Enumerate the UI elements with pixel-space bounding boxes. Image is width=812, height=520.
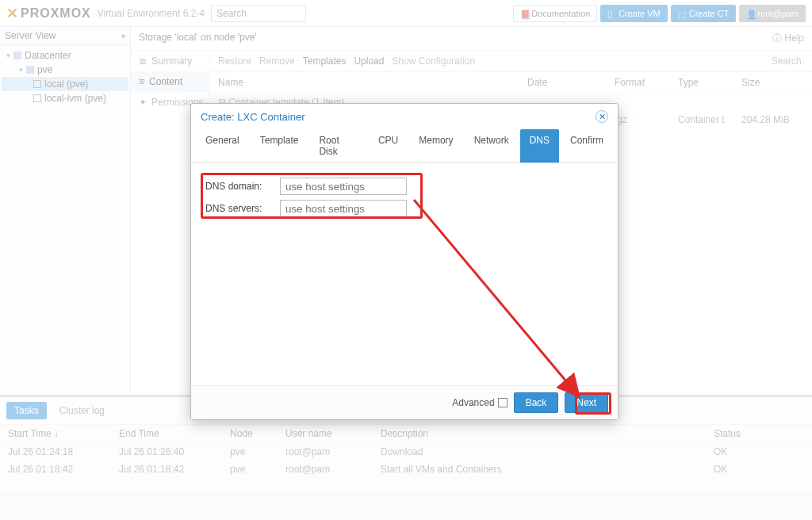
tasks-header: Start Time ↓ End Time Node User name Des… xyxy=(0,424,812,443)
datacenter-icon xyxy=(13,52,21,59)
tab-confirm[interactable]: Confirm xyxy=(561,129,613,162)
tab-tasks[interactable]: Tasks xyxy=(6,402,47,419)
storage-icon xyxy=(33,94,41,102)
tree-storage-local[interactable]: local (pve) xyxy=(2,77,128,91)
table-header: Name Date Format Type Size xyxy=(210,72,812,94)
top-bar: ✕PROXMOX Virtual Environment 6.2-4 📕Docu… xyxy=(0,0,812,27)
templates-button[interactable]: Templates xyxy=(303,55,347,67)
cube-icon: ⬚ xyxy=(678,10,686,17)
show-config-button[interactable]: Show Configuration xyxy=(392,55,475,67)
remove-button[interactable]: Remove xyxy=(259,55,295,67)
col-format[interactable]: Format xyxy=(615,77,678,88)
caret-icon: ▾ xyxy=(6,52,10,59)
tab-cpu[interactable]: CPU xyxy=(369,129,408,162)
chevron-down-icon: ▾ xyxy=(121,32,125,40)
dns-domain-label: DNS domain: xyxy=(205,181,274,192)
dns-servers-label: DNS servers: xyxy=(205,203,274,214)
permissions-icon: ✦ xyxy=(139,97,147,108)
modal-title: Create: LXC Container xyxy=(201,111,305,123)
advanced-checkbox[interactable] xyxy=(498,398,508,407)
create-ct-button[interactable]: ⬚Create CT xyxy=(671,5,737,22)
user-menu-button[interactable]: 👤root@pam xyxy=(739,5,806,22)
create-ct-modal: Create: LXC Container ✕ General Template… xyxy=(190,103,619,420)
col-start-time[interactable]: Start Time ↓ xyxy=(8,428,119,439)
content-title: Storage 'local' on node 'pve' xyxy=(139,32,257,45)
col-user[interactable]: User name xyxy=(285,428,381,439)
tab-network[interactable]: Network xyxy=(465,129,519,162)
back-button[interactable]: Back xyxy=(514,392,559,413)
tab-summary[interactable]: ≣Summary xyxy=(131,51,209,71)
col-description[interactable]: Description xyxy=(381,428,714,439)
tab-root-disk[interactable]: Root Disk xyxy=(309,129,367,162)
col-date[interactable]: Date xyxy=(527,77,615,88)
documentation-button[interactable]: 📕Documentation xyxy=(513,5,597,22)
tab-cluster-log[interactable]: Cluster log xyxy=(52,402,113,419)
caret-icon: ▾ xyxy=(19,66,23,74)
sidebar-view-select[interactable]: Server View▾ xyxy=(0,27,130,45)
advanced-label: Advanced xyxy=(452,397,494,408)
server-icon xyxy=(26,66,34,74)
upload-button[interactable]: Upload xyxy=(354,55,384,67)
col-size[interactable]: Size xyxy=(741,77,797,88)
tab-general[interactable]: General xyxy=(196,129,249,162)
tab-memory[interactable]: Memory xyxy=(409,129,462,162)
tab-dns[interactable]: DNS xyxy=(520,129,559,162)
col-name[interactable]: Name xyxy=(218,77,527,88)
col-status[interactable]: Status xyxy=(714,428,761,439)
help-button[interactable]: ⓘ Help xyxy=(772,32,804,45)
col-node[interactable]: Node xyxy=(230,428,285,439)
create-vm-button[interactable]: ⌷Create VM xyxy=(600,5,668,22)
logo: ✕PROXMOX xyxy=(6,5,91,22)
tab-template[interactable]: Template xyxy=(251,129,308,162)
dns-servers-input[interactable] xyxy=(280,200,407,217)
restore-button[interactable]: Restore xyxy=(218,55,251,67)
task-row[interactable]: Jul 26 01:24:18Jul 26 01:26:40pveroot@pa… xyxy=(0,443,812,461)
close-icon[interactable]: ✕ xyxy=(596,110,608,123)
monitor-icon: ⌷ xyxy=(607,10,615,17)
summary-icon: ≣ xyxy=(139,55,147,67)
search-input[interactable] xyxy=(211,5,306,22)
user-icon: 👤 xyxy=(746,10,754,17)
modal-tabs: General Template Root Disk CPU Memory Ne… xyxy=(191,129,618,163)
content-icon: ≡ xyxy=(139,76,144,87)
col-type[interactable]: Type xyxy=(678,77,741,88)
task-row[interactable]: Jul 26 01:18:42Jul 26 01:18:42pveroot@pa… xyxy=(0,461,812,478)
book-icon: 📕 xyxy=(520,10,528,17)
tree-storage-local-lvm[interactable]: local-lvm (pve) xyxy=(2,91,128,105)
col-end-time[interactable]: End Time xyxy=(119,428,230,439)
storage-icon xyxy=(33,80,41,88)
tree-node-pve[interactable]: ▾pve xyxy=(2,63,128,77)
env-version: Virtual Environment 6.2-4 xyxy=(98,8,205,19)
dns-domain-input[interactable] xyxy=(280,178,407,195)
table-search-label: Search: xyxy=(772,55,804,67)
tab-content[interactable]: ≡Content xyxy=(131,71,209,92)
sidebar: Server View▾ ▾Datacenter ▾pve local (pve… xyxy=(0,27,131,395)
tree-datacenter[interactable]: ▾Datacenter xyxy=(2,48,128,63)
next-button[interactable]: Next xyxy=(565,392,608,413)
content-toolbar: Restore Remove Templates Upload Show Con… xyxy=(210,51,812,72)
